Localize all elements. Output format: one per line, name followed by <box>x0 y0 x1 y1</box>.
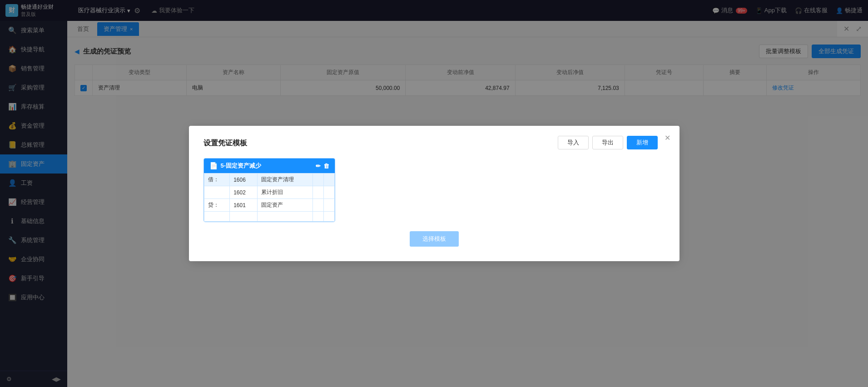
template-debit-name1: 固定资产清理 <box>257 174 313 186</box>
template-card-header: 📄 5-固定资产减少 ✏ 🗑 <box>204 159 335 173</box>
template-debit-code1: 1606 <box>230 174 257 186</box>
export-button[interactable]: 导出 <box>592 136 623 149</box>
template-credit-code1: 1601 <box>230 199 257 212</box>
template-icon: 📄 <box>209 162 218 170</box>
new-template-button[interactable]: 新增 <box>627 136 658 149</box>
template-credit-row: 贷： 1601 固定资产 <box>204 199 334 212</box>
template-credit-label: 贷： <box>204 199 230 212</box>
modal-toolbar: 导入 导出 新增 <box>558 136 658 149</box>
template-empty-row <box>204 212 334 222</box>
set-template-modal: 设置凭证模板 导入 导出 新增 ✕ 📄 5-固定资产减少 ✏ 🗑 借： <box>189 126 680 261</box>
delete-template-icon[interactable]: 🗑 <box>323 163 329 169</box>
template-col4 <box>313 174 323 186</box>
template-col4 <box>313 186 323 199</box>
template-table: 借： 1606 固定资产清理 1602 累计折旧 贷： <box>204 173 335 222</box>
template-debit-header-row: 借： 1606 固定资产清理 <box>204 174 334 186</box>
template-indent <box>204 186 230 199</box>
template-card: 📄 5-固定资产减少 ✏ 🗑 借： 1606 固定资产清理 <box>203 158 335 222</box>
import-button[interactable]: 导入 <box>558 136 589 149</box>
template-debit-label: 借： <box>204 174 230 186</box>
template-col4 <box>313 199 323 212</box>
template-col5 <box>323 186 334 199</box>
template-actions: ✏ 🗑 <box>316 163 329 169</box>
modal-close-button[interactable]: ✕ <box>662 132 673 143</box>
modal-overlay: 设置凭证模板 导入 导出 新增 ✕ 📄 5-固定资产减少 ✏ 🗑 借： <box>0 0 868 387</box>
template-debit-code2: 1602 <box>230 186 257 199</box>
template-debit-row2: 1602 累计折旧 <box>204 186 334 199</box>
template-col5 <box>323 199 334 212</box>
template-credit-name1: 固定资产 <box>257 199 313 212</box>
edit-template-icon[interactable]: ✏ <box>316 163 321 169</box>
select-template-button[interactable]: 选择模板 <box>410 231 459 247</box>
template-col5 <box>323 174 334 186</box>
template-debit-name2: 累计折旧 <box>257 186 313 199</box>
template-name: 5-固定资产减少 <box>221 162 313 170</box>
